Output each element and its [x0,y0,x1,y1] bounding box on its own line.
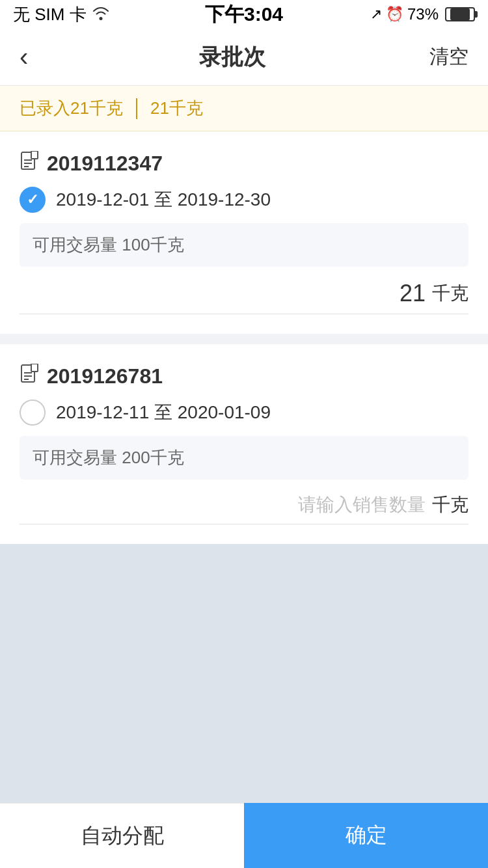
batch-doc-icon-2 [20,364,40,389]
banner-divider [136,98,137,119]
carrier-text: 无 SIM 卡 [13,3,87,26]
radio-button-1[interactable]: ✓ [20,187,46,213]
qty-unit-2: 千克 [432,493,468,517]
info-banner: 已录入21千克 21千克 [0,86,488,131]
location-icon: ↗ [370,6,382,23]
bottom-bar: 自动分配 确定 [0,803,488,868]
check-icon-1: ✓ [27,191,38,208]
radio-button-2[interactable] [20,400,46,426]
clear-button[interactable]: 清空 [429,44,468,70]
battery-icon [445,7,475,21]
back-button[interactable]: ‹ [20,36,34,78]
batch-id-1: 2019112347 [47,152,163,176]
auto-distribute-button[interactable]: 自动分配 [0,803,244,868]
batch-date-1: 2019-12-01 至 2019-12-30 [56,187,271,212]
qty-row-1: 21 千克 [20,267,468,314]
status-time: 下午3:04 [205,1,283,28]
svg-rect-1 [31,151,38,159]
batch-row-1: ✓ 2019-12-01 至 2019-12-30 [20,187,468,213]
svg-rect-6 [31,364,38,372]
batch-row-2: 2019-12-11 至 2020-01-09 [20,400,468,426]
available-qty-1: 可用交易量 100千克 [20,223,468,267]
qty-row-2[interactable]: 请输入销售数量 千克 [20,480,468,524]
empty-area [0,544,488,830]
wifi-icon [92,5,110,25]
nav-bar: ‹ 录批次 清空 [0,29,488,86]
battery-percent: 73% [407,5,439,23]
status-left: 无 SIM 卡 [13,3,110,26]
batch-doc-icon-1 [20,151,40,176]
qty-placeholder-2: 请输入销售数量 [298,493,426,517]
page-title: 录批次 [199,42,265,72]
batch-card-1: 2019112347 ✓ 2019-12-01 至 2019-12-30 可用交… [0,131,488,334]
batch-id-2: 2019126781 [47,364,163,388]
alarm-icon: ⏰ [386,6,403,23]
batch-header-2: 2019126781 [20,364,468,389]
batch-header-1: 2019112347 [20,151,468,176]
content-area: 2019112347 ✓ 2019-12-01 至 2019-12-30 可用交… [0,131,488,868]
status-bar: 无 SIM 卡 下午3:04 ↗ ⏰ 73% [0,0,488,29]
confirm-button[interactable]: 确定 [244,803,488,868]
recorded-value: 21千克 [150,97,203,120]
status-right: ↗ ⏰ 73% [370,5,475,23]
qty-value-1: 21 [400,280,426,307]
qty-unit-1: 千克 [432,281,468,306]
batch-date-2: 2019-12-11 至 2020-01-09 [56,400,271,425]
available-qty-2: 可用交易量 200千克 [20,436,468,480]
batch-card-2: 2019126781 2019-12-11 至 2020-01-09 可用交易量… [0,344,488,544]
recorded-label: 已录入21千克 [20,97,123,120]
